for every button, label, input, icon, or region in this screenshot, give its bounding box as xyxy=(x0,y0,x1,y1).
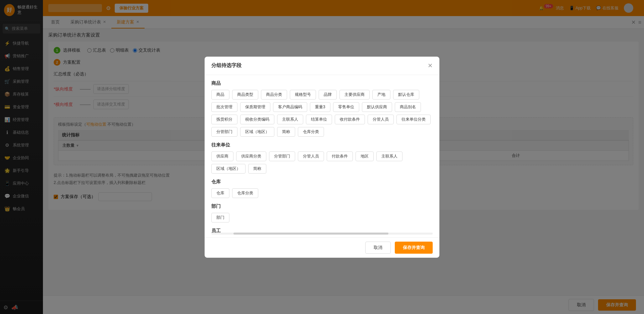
field-section-dept: 部门 部门 xyxy=(211,203,433,223)
field-tag-partner-region[interactable]: 区域（地区） xyxy=(211,164,246,174)
field-tag-goods[interactable]: 商品 xyxy=(211,90,229,100)
field-tag-origin[interactable]: 产地 xyxy=(372,90,390,100)
modal-close-button[interactable]: ✕ xyxy=(428,62,433,69)
field-tag-payment-cond[interactable]: 付款条件 xyxy=(327,151,353,161)
field-tag-spec[interactable]: 规格型号 xyxy=(290,90,316,100)
section-title-partner: 往来单位 xyxy=(211,142,433,148)
field-tag-short-name[interactable]: 简称 xyxy=(277,127,295,137)
field-tag-goods-category[interactable]: 商品分类 xyxy=(261,90,287,100)
field-tag-pick-points[interactable]: 拣货积分 xyxy=(211,115,237,124)
field-tag-partner-short[interactable]: 简称 xyxy=(248,164,266,174)
field-tag-dept[interactable]: 分管部门 xyxy=(211,127,237,137)
field-tag-main-contact[interactable]: 主联系人 xyxy=(277,115,303,124)
field-tag-supervisor[interactable]: 分管人员 xyxy=(368,115,394,124)
field-tag-main-supplier[interactable]: 主要供应商 xyxy=(339,90,370,100)
modal-overlay: 分组待选字段 ✕ 商品 商品 商品类型 商品分类 规格型号 品牌 主要供应商 产… xyxy=(0,0,644,314)
field-tag-supplier[interactable]: 供应商 xyxy=(211,151,233,161)
field-section-warehouse: 仓库 仓库 仓库分类 xyxy=(211,179,433,198)
field-tag-brand[interactable]: 品牌 xyxy=(319,90,337,100)
field-tag-warehouse-category[interactable]: 仓库分类 xyxy=(298,127,324,137)
modal-hscroll-thumb[interactable] xyxy=(233,233,388,235)
field-tag-department[interactable]: 部门 xyxy=(211,213,229,223)
warehouse-field-tags: 仓库 仓库分类 xyxy=(211,188,433,198)
field-tag-goods-alias[interactable]: 商品别名 xyxy=(395,102,421,112)
goods-field-tags: 商品 商品类型 商品分类 规格型号 品牌 主要供应商 产地 默认仓库 批次管理 … xyxy=(211,90,433,137)
field-tag-region[interactable]: 区域（地区） xyxy=(240,127,274,137)
field-tag-default-warehouse[interactable]: 默认仓库 xyxy=(393,90,419,100)
field-section-partner: 往来单位 供应商 供应商分类 分管部门 分管人员 付款条件 地区 主联系人 区域… xyxy=(211,142,433,174)
field-tag-partner-contact[interactable]: 主联系人 xyxy=(376,151,402,161)
section-title-warehouse: 仓库 xyxy=(211,179,433,185)
modal-title: 分组待选字段 xyxy=(211,62,241,69)
section-title-dept: 部门 xyxy=(211,203,433,209)
field-tag-batch-mgmt[interactable]: 批次管理 xyxy=(211,102,237,112)
field-tag-area[interactable]: 地区 xyxy=(356,151,374,161)
field-tag-default-supplier[interactable]: 默认供应商 xyxy=(362,102,392,112)
field-section-goods: 商品 商品 商品类型 商品分类 规格型号 品牌 主要供应商 产地 默认仓库 批次… xyxy=(211,80,433,137)
field-tag-goods-type[interactable]: 商品类型 xyxy=(232,90,258,100)
field-tag-partner-supervisor[interactable]: 分管人员 xyxy=(298,151,324,161)
modal-confirm-button[interactable]: 保存并查询 xyxy=(395,242,433,254)
modal-header: 分组待选字段 ✕ xyxy=(205,57,439,75)
field-tag-weight[interactable]: 重量3 xyxy=(310,102,330,112)
modal-cancel-button[interactable]: 取消 xyxy=(365,242,391,254)
field-tag-supplier-category[interactable]: 供应商分类 xyxy=(236,151,266,161)
modal: 分组待选字段 ✕ 商品 商品 商品类型 商品分类 规格型号 品牌 主要供应商 产… xyxy=(205,57,439,258)
field-tag-partner-dept[interactable]: 分管部门 xyxy=(269,151,295,161)
section-title-employee: 员工 xyxy=(211,228,433,233)
field-tag-warehouse-cat[interactable]: 仓库分类 xyxy=(232,188,258,198)
field-tag-expiry-mgmt[interactable]: 保质期管理 xyxy=(240,102,270,112)
field-tag-payment-terms[interactable]: 收付款条件 xyxy=(335,115,365,124)
dept-field-tags: 部门 xyxy=(211,213,433,223)
field-tag-warehouse[interactable]: 仓库 xyxy=(211,188,229,198)
field-tag-settle-unit[interactable]: 结算单位 xyxy=(306,115,332,124)
field-tag-retail-unit[interactable]: 零售单位 xyxy=(333,102,359,112)
partner-field-tags: 供应商 供应商分类 分管部门 分管人员 付款条件 地区 主联系人 区域（地区） … xyxy=(211,151,433,174)
modal-horizontal-scrollbar[interactable] xyxy=(211,233,433,235)
field-tag-tax-code[interactable]: 税收分类编码 xyxy=(240,115,274,124)
section-title-goods: 商品 xyxy=(211,80,433,86)
field-tag-customer-code[interactable]: 客户商品编码 xyxy=(273,102,307,112)
field-section-employee: 员工 业务员 xyxy=(211,228,433,233)
modal-body[interactable]: 商品 商品 商品类型 商品分类 规格型号 品牌 主要供应商 产地 默认仓库 批次… xyxy=(205,75,439,233)
modal-footer: 取消 保存并查询 xyxy=(205,237,439,258)
field-tag-partner-category[interactable]: 往来单位分类 xyxy=(396,115,431,124)
